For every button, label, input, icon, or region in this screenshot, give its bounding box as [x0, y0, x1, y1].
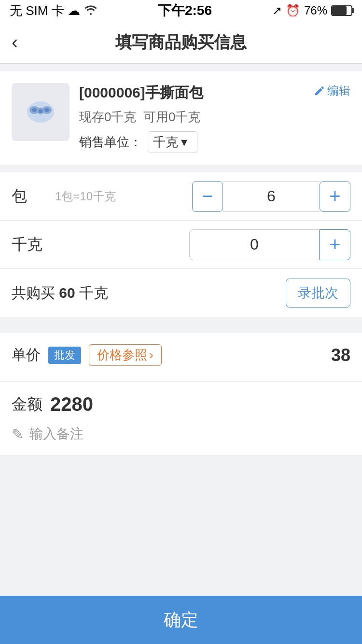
price-section: 单价 批发 价格参照 › 38 — [0, 333, 362, 381]
svg-point-6 — [39, 109, 42, 113]
price-tag: 批发 — [48, 347, 81, 364]
status-bar: 无 SIM 卡 ☁ 下午2:56 ↗ ⏰ 76% — [0, 0, 362, 21]
unit-label: 销售单位： — [79, 134, 142, 151]
status-left: 无 SIM 卡 ☁ — [10, 2, 97, 19]
bao-qty-control: − + — [192, 181, 350, 212]
chevron-down-icon: ▾ — [181, 135, 187, 150]
amount-section: 金额 2280 ✎ 输入备注 — [0, 381, 362, 455]
product-info: [0000006]手撕面包 编辑 现存0千克 可用0千克 销售单位： 千克 ▾ — [79, 83, 350, 153]
bottom-spacer — [0, 455, 362, 600]
kg-label: 千克 — [12, 234, 50, 255]
bao-label: 包 — [12, 186, 50, 207]
product-unit-row: 销售单位： 千克 ▾ — [79, 131, 350, 153]
page-title: 填写商品购买信息 — [115, 31, 247, 54]
alarm-icon: ⏰ — [286, 4, 300, 17]
section-separator-1 — [0, 165, 362, 172]
confirm-button[interactable]: 确定 — [164, 608, 198, 632]
status-time: 下午2:56 — [158, 1, 212, 20]
nav-bar: ‹ 填写商品购买信息 — [0, 21, 362, 64]
price-label: 单价 — [12, 345, 41, 365]
battery-percent: 76% — [304, 4, 327, 17]
product-name-row: [0000006]手撕面包 编辑 — [79, 83, 350, 103]
bao-hint: 1包=10千克 — [55, 189, 192, 204]
back-button[interactable]: ‹ — [12, 31, 18, 53]
kg-plus-button[interactable]: + — [320, 229, 350, 260]
total-row: 共购买 60 千克 录批次 — [0, 269, 362, 317]
batch-button[interactable]: 录批次 — [286, 279, 350, 308]
note-row[interactable]: ✎ 输入备注 — [12, 425, 350, 443]
note-placeholder: 输入备注 — [29, 425, 84, 443]
wifi-icon — [84, 3, 97, 18]
edit-button[interactable]: 编辑 — [314, 83, 350, 98]
product-name: [0000006]手撕面包 — [79, 83, 203, 103]
total-text: 共购买 60 千克 — [12, 283, 108, 303]
bao-plus-button[interactable]: + — [320, 181, 350, 212]
location-icon: ↗ — [272, 4, 282, 17]
pencil-icon: ✎ — [12, 426, 24, 443]
chevron-right-icon: › — [149, 348, 153, 363]
amount-label: 金额 — [12, 394, 42, 415]
svg-point-5 — [44, 108, 49, 112]
unit-select[interactable]: 千克 ▾ — [148, 131, 197, 153]
bao-qty-input[interactable] — [223, 181, 320, 212]
no-sim-label: 无 SIM 卡 ☁ — [10, 2, 80, 19]
section-separator-2 — [0, 317, 362, 325]
kg-qty-control: + — [189, 229, 350, 260]
kg-row: 千克 + — [0, 221, 362, 269]
input-section: 包 1包=10千克 − + 千克 + — [0, 172, 362, 269]
battery-icon — [331, 5, 352, 16]
status-right: ↗ ⏰ 76% — [272, 4, 352, 17]
price-value: 38 — [331, 345, 350, 365]
bao-row: 包 1包=10千克 − + — [0, 172, 362, 221]
product-stock: 现存0千克 可用0千克 — [79, 109, 350, 126]
price-ref-button[interactable]: 价格参照 › — [89, 344, 162, 366]
kg-qty-input[interactable] — [189, 229, 320, 260]
price-row: 单价 批发 价格参照 › 38 — [12, 344, 350, 366]
svg-point-4 — [32, 108, 37, 112]
amount-row: 金额 2280 — [12, 393, 350, 415]
amount-value: 2280 — [50, 393, 93, 415]
total-amount: 60 — [59, 285, 79, 301]
product-card: [0000006]手撕面包 编辑 现存0千克 可用0千克 销售单位： 千克 ▾ — [0, 71, 362, 165]
bao-minus-button[interactable]: − — [192, 181, 223, 212]
product-image — [12, 83, 70, 141]
confirm-bar[interactable]: 确定 — [0, 596, 362, 644]
